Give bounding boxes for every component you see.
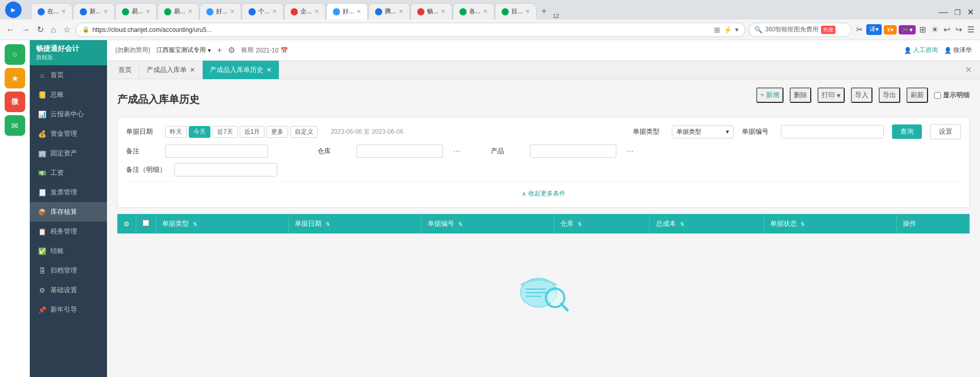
nav-item-archive[interactable]: 🗄 归档管理 — [30, 261, 107, 280]
lightning-icon[interactable]: ⚡ — [723, 26, 732, 34]
tab-close-12[interactable]: ✕ — [525, 8, 530, 15]
page-tab-home[interactable]: 首页 — [111, 61, 139, 79]
topbar-user[interactable]: 👤 徐泽华 — [944, 46, 972, 55]
window-close-button[interactable]: ✕ — [965, 5, 976, 19]
warehouse-input[interactable] — [357, 145, 443, 158]
tab-1[interactable]: 在... ✕ — [31, 3, 73, 20]
collapse-filter-button[interactable]: ∧ 收起更多条件 — [126, 186, 961, 201]
back-button[interactable]: ← — [4, 23, 16, 37]
browser-logo[interactable]: ► — [5, 2, 22, 18]
brightness-button[interactable]: ☀ — [930, 23, 940, 36]
tab-9[interactable]: 腾... ✕ — [368, 3, 410, 20]
tab-close-9[interactable]: ✕ — [399, 8, 403, 15]
tab-close-11[interactable]: ✕ — [483, 8, 488, 15]
page-tab-inventory-history[interactable]: 产成品入库单历史 ✕ — [203, 61, 279, 79]
show-details-toggle[interactable]: 显示明细 — [934, 91, 970, 100]
scissors-button[interactable]: ✂ — [854, 23, 864, 36]
translate-button[interactable]: 译▾ — [866, 24, 882, 35]
tab-7[interactable]: 企... ✕ — [284, 3, 326, 20]
new-button[interactable]: + 新增 — [756, 87, 783, 103]
warehouse-more-icon[interactable]: ··· — [451, 147, 462, 156]
import-button[interactable]: 导入 — [851, 87, 872, 103]
tab-close-1[interactable]: ✕ — [61, 8, 66, 15]
calendar-icon[interactable]: 📅 — [280, 47, 288, 54]
window-restore-button[interactable]: ❐ — [952, 6, 963, 19]
remark-input[interactable] — [165, 145, 268, 158]
back2-button[interactable]: ↩ — [942, 23, 952, 36]
topbar-settings-button[interactable]: ⚙ — [228, 45, 235, 55]
tab-6[interactable]: 个... ✕ — [242, 3, 283, 20]
date-btn-more[interactable]: 更多 — [266, 126, 288, 138]
refresh-button[interactable]: ↻ — [35, 23, 46, 37]
filter-setting-button[interactable]: 设置 — [930, 124, 961, 139]
page-tab-inventory-list[interactable]: 产成品入库单 ✕ — [139, 61, 203, 79]
table-select-all-checkbox[interactable] — [142, 220, 149, 226]
app-icon-star[interactable]: ★ — [5, 68, 25, 88]
game-button[interactable]: 🎮▾ — [899, 25, 916, 34]
nav-item-ledger[interactable]: 📒 总账 — [30, 85, 107, 104]
tab-2[interactable]: 新... ✕ — [73, 3, 115, 20]
topbar-add-button[interactable]: + — [217, 46, 222, 55]
dropdown-icon[interactable]: ▾ — [735, 26, 739, 33]
date-btn-yesterday[interactable]: 昨天 — [165, 126, 187, 138]
tab-close-8[interactable]: ✕ — [357, 8, 361, 15]
forward2-button[interactable]: ↪ — [954, 23, 964, 36]
app-icon-green[interactable]: ○ — [5, 44, 25, 65]
print-button[interactable]: 打印 ▾ — [817, 87, 845, 103]
doc-number-input[interactable] — [781, 125, 884, 138]
new-tab-button[interactable]: + — [537, 3, 551, 20]
tab-close-3[interactable]: ✕ — [146, 8, 150, 15]
th-gear[interactable]: ⚙ — [117, 214, 136, 234]
th-doc-number[interactable]: 单据编号 ⇅ — [421, 214, 554, 234]
page-tab-list-close[interactable]: ✕ — [190, 66, 195, 74]
export-button[interactable]: 导出 — [879, 87, 900, 103]
tab-close-4[interactable]: ✕ — [188, 8, 192, 15]
tab-close-6[interactable]: ✕ — [272, 8, 277, 15]
tab-3[interactable]: 易... ✕ — [115, 3, 157, 20]
date-btn-custom[interactable]: 自定义 — [290, 126, 318, 138]
th-doc-date[interactable]: 单据日期 ⇅ — [289, 214, 421, 234]
nav-item-salary[interactable]: 💵 工资 — [30, 163, 107, 183]
topbar-service-btn[interactable]: 👤 人工咨询 — [904, 46, 938, 55]
refresh-action-button[interactable]: 刷新 — [906, 87, 928, 103]
home-button[interactable]: ⌂ — [49, 23, 58, 37]
product-more-icon[interactable]: ··· — [625, 147, 635, 156]
forward-button[interactable]: → — [20, 23, 32, 37]
tab-close-10[interactable]: ✕ — [441, 8, 446, 15]
address-bar[interactable]: 🔒 https://cloud.chanjet.com/accounting/u… — [76, 23, 746, 37]
nav-item-tax[interactable]: 📋 税务管理 — [30, 222, 107, 241]
tab-close-5[interactable]: ✕ — [230, 8, 235, 15]
date-btn-7days[interactable]: 近7天 — [212, 126, 238, 138]
tab-close-7[interactable]: ✕ — [314, 8, 319, 15]
nav-item-newvoucher[interactable]: 📌 新年引导 — [30, 300, 107, 319]
th-doc-type[interactable]: 单据类型 ⇅ — [156, 214, 289, 234]
nav-item-checkout[interactable]: ✅ 结账 — [30, 241, 107, 261]
th-checkbox[interactable] — [136, 214, 156, 234]
date-btn-today[interactable]: 今天 — [189, 126, 210, 138]
nav-item-fund[interactable]: 💰 资金管理 — [30, 124, 107, 143]
nav-item-invoice[interactable]: 🧾 发票管理 — [30, 183, 107, 202]
window-minimize-button[interactable]: — — [937, 5, 950, 20]
page-panel-close-button[interactable]: ✕ — [961, 63, 976, 77]
tab-11[interactable]: 各... ✕ — [453, 3, 494, 20]
th-doc-status[interactable]: 单据状态 ⇅ — [763, 214, 896, 234]
th-total-cost[interactable]: 总成本 ⇅ — [649, 214, 763, 234]
bookmark-button[interactable]: ☆ — [61, 23, 73, 37]
app-icon-mail[interactable]: ✉ — [5, 115, 25, 136]
nav-item-inventory[interactable]: 📦 库存核算 — [30, 202, 107, 222]
th-warehouse[interactable]: 仓库 ⇅ — [554, 214, 650, 234]
app-icon-weibo[interactable]: 微 — [5, 92, 25, 112]
tab-10[interactable]: 畅... ✕ — [411, 3, 452, 20]
nav-item-home[interactable]: ⌂ 首页 — [30, 65, 107, 85]
delete-button[interactable]: 删除 — [790, 87, 811, 103]
show-details-checkbox[interactable] — [934, 92, 941, 99]
tab-count-badge[interactable]: 12 — [551, 12, 561, 20]
tab-4[interactable]: 易... ✕ — [157, 3, 199, 20]
table-gear-icon[interactable]: ⚙ — [123, 220, 130, 228]
query-button[interactable]: 查询 — [892, 124, 922, 139]
tab-close-2[interactable]: ✕ — [103, 8, 108, 15]
detail-remark-input[interactable] — [174, 163, 277, 176]
nav-item-report[interactable]: 📊 云报表中心 — [30, 104, 107, 124]
search-bar[interactable]: 🔍 360智能抠图免费用 热搜 — [749, 23, 851, 37]
menu-button[interactable]: ☰ — [966, 23, 976, 36]
